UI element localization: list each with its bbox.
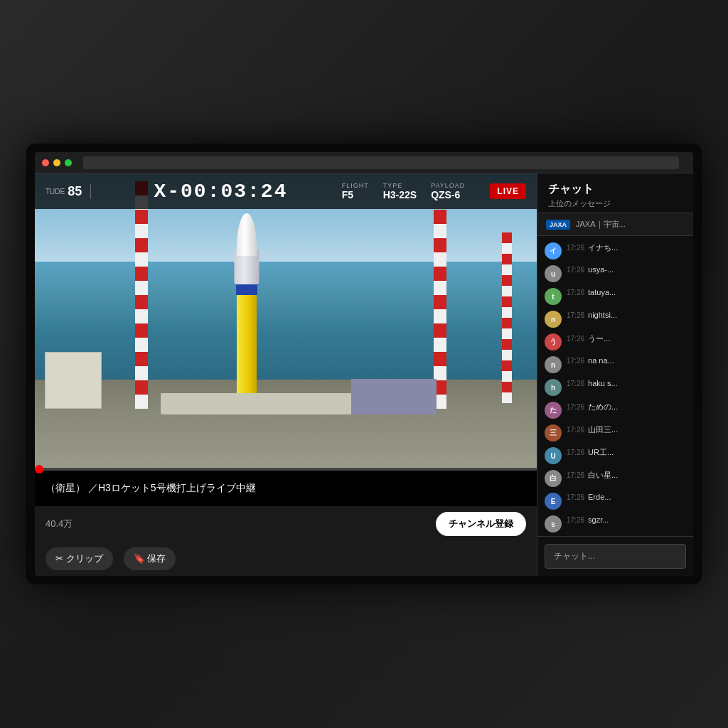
list-item[interactable]: h17:26haku s... — [537, 376, 693, 399]
rocket-blue-band — [236, 284, 257, 295]
maximize-icon[interactable] — [65, 159, 72, 166]
avatar: う — [545, 333, 562, 350]
list-item[interactable]: 三17:26山田三... — [537, 422, 693, 444]
chat-messages-list: イ17:26イナち...u17:26usya-...t17:26tatuya..… — [537, 236, 693, 536]
chat-header: チャット 上位のメッセージ — [537, 173, 693, 213]
rocket — [225, 196, 268, 395]
chat-message-content: 17:26usya-... — [567, 265, 686, 274]
avatar: n — [545, 356, 562, 373]
chat-username: イナち... — [588, 242, 618, 253]
chat-username: ための... — [588, 402, 618, 412]
chat-username: tatuya... — [588, 288, 616, 296]
chat-message-content: 17:26nightsi... — [567, 311, 686, 319]
view-count: 40.4万 — [46, 518, 73, 530]
video-title-bar: （衛星） ／H3ロケット5号機打上げライブ中継 — [35, 471, 537, 506]
building-left — [45, 352, 102, 409]
chat-message-content: 17:26Erde... — [567, 493, 686, 501]
building-containers — [351, 379, 437, 414]
avatar: イ — [545, 242, 562, 259]
subscribe-button[interactable]: チャンネル登録 — [436, 512, 526, 536]
chat-username: UR工... — [588, 447, 614, 458]
payload-label: PAYLOAD — [431, 182, 465, 189]
rocket-nose — [237, 213, 257, 256]
type-label: TYPE — [383, 182, 403, 189]
flight-label: FLIGHT — [342, 182, 369, 189]
countdown-timer: X-00:03:24 — [100, 181, 341, 203]
list-item[interactable]: u17:26usya-... — [537, 262, 693, 285]
chat-message-content: 17:26ための... — [567, 402, 686, 412]
video-section: TUDE 85 X-00:03:24 FLIGHT F5 TYPE — [35, 173, 537, 576]
list-item[interactable]: イ17:26イナち... — [537, 240, 693, 262]
chat-username: 山田三... — [588, 424, 618, 435]
chat-input-area: チャット... — [537, 536, 693, 576]
chat-message-content: 17:26うー... — [567, 333, 686, 344]
save-button[interactable]: 🔖 保存 — [124, 547, 176, 570]
chat-time: 17:26 — [567, 311, 584, 319]
list-item[interactable]: t17:26tatuya... — [537, 285, 693, 308]
chat-section: チャット 上位のメッセージ JAXA JAXA｜宇宙... イ17:26イナち.… — [537, 173, 693, 576]
chat-subtitle: 上位のメッセージ — [548, 198, 682, 209]
live-badge: LIVE — [490, 183, 526, 199]
chat-message-content: 17:26sgzr... — [567, 515, 686, 524]
close-icon[interactable] — [42, 159, 49, 166]
clip-button[interactable]: ✂ クリップ — [46, 547, 113, 570]
avatar: h — [545, 379, 562, 396]
chat-message-content: 17:26na na... — [567, 356, 686, 365]
list-item[interactable]: s17:26sgzr... — [537, 513, 693, 535]
info-overlay-bar: TUDE 85 X-00:03:24 FLIGHT F5 TYPE — [35, 173, 537, 209]
chat-username: sgzr... — [588, 515, 609, 524]
list-item[interactable]: U17:26UR工... — [537, 444, 693, 467]
avatar: u — [545, 265, 562, 282]
screen-body: TUDE 85 X-00:03:24 FLIGHT F5 TYPE — [35, 173, 693, 576]
avatar: s — [545, 515, 562, 532]
list-item[interactable]: 白17:26白い星... — [537, 467, 693, 490]
flight-details: FLIGHT F5 TYPE H3-22S PAYLOAD QZS-6 — [342, 182, 526, 200]
flight-info: FLIGHT F5 — [342, 182, 369, 200]
chat-time: 17:26 — [567, 380, 584, 387]
chat-time: 17:26 — [567, 335, 584, 343]
url-bar[interactable] — [83, 156, 679, 169]
progress-bar[interactable] — [35, 468, 537, 471]
screen-inner: TUDE 85 X-00:03:24 FLIGHT F5 TYPE — [35, 152, 693, 576]
chat-time: 17:26 — [567, 516, 584, 524]
type-info: TYPE H3-22S — [383, 182, 417, 200]
chat-username: nightsi... — [588, 311, 617, 319]
laptop-frame: TUDE 85 X-00:03:24 FLIGHT F5 TYPE — [0, 0, 728, 728]
altitude-value: 85 — [68, 184, 82, 199]
list-item[interactable]: E17:26Erde... — [537, 490, 693, 513]
altitude-label: TUDE — [46, 188, 65, 196]
flight-value: F5 — [342, 189, 353, 200]
avatar: 白 — [545, 470, 562, 487]
chat-username: Erde... — [588, 493, 611, 501]
avatar: n — [545, 311, 562, 328]
video-wrapper: TUDE 85 X-00:03:24 FLIGHT F5 TYPE — [35, 173, 537, 468]
chat-time: 17:26 — [567, 449, 584, 456]
avatar: E — [545, 493, 562, 510]
progress-indicator — [35, 465, 43, 473]
chat-username: 白い星... — [588, 470, 618, 481]
chat-message-content: 17:26haku s... — [567, 379, 686, 387]
altitude-display: TUDE 85 — [46, 184, 91, 199]
list-item[interactable]: た17:26ための... — [537, 399, 693, 422]
chat-username: na na... — [588, 356, 614, 365]
chat-time: 17:26 — [567, 426, 584, 434]
pinned-message[interactable]: JAXA JAXA｜宇宙... — [537, 213, 693, 236]
list-item[interactable]: う17:26うー... — [537, 331, 693, 353]
screen-bezel: TUDE 85 X-00:03:24 FLIGHT F5 TYPE — [26, 144, 702, 584]
avatar: t — [545, 288, 562, 305]
minimize-icon[interactable] — [53, 159, 60, 166]
type-value: H3-22S — [383, 189, 417, 200]
controls-section: 40.4万 チャンネル登録 — [35, 506, 537, 542]
launch-tower-left — [135, 181, 148, 409]
list-item[interactable]: n17:26na na... — [537, 353, 693, 376]
chat-message-content: 17:26UR工... — [567, 447, 686, 458]
video-title: （衛星） ／H3ロケット5号機打上げライブ中継 — [46, 482, 256, 495]
action-buttons-bar: ✂ クリップ 🔖 保存 — [35, 542, 537, 576]
chat-time: 17:26 — [567, 403, 584, 411]
chat-input-button[interactable]: チャット... — [545, 544, 686, 569]
chat-time: 17:26 — [567, 244, 584, 252]
payload-value: QZS-6 — [431, 189, 460, 200]
avatar: U — [545, 447, 562, 464]
chat-message-content: 17:26イナち... — [567, 242, 686, 253]
list-item[interactable]: n17:26nightsi... — [537, 308, 693, 331]
